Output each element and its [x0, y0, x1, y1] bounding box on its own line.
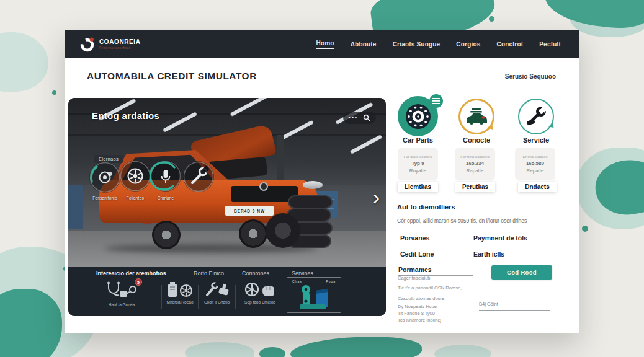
hero-tab-parts[interactable]: Rorto Einico	[194, 270, 224, 276]
decor-blob-bottom-center-light	[185, 342, 254, 357]
hotspot-brakes[interactable]	[89, 161, 121, 193]
header-service-link[interactable]: Serusio Sequuoo	[505, 73, 556, 80]
service-card: Fur doue ueortes Typ 9 Royatte	[398, 148, 438, 180]
feature-tire-service[interactable]: Sep faoo Bmelob	[237, 281, 283, 304]
main-nav: Homo Abboute Criaofs Suogue Corğios Conc…	[316, 40, 561, 49]
feature-diagnostics[interactable]: 5 Haut ta Gonéa	[84, 281, 159, 307]
top-navbar: COAONREIA Renverso cano thead Homo Abbou…	[65, 30, 579, 58]
license-plate: BER4D 0 NW	[225, 206, 274, 216]
shelf-unit	[68, 185, 83, 229]
card-hint: Fur doue ueortes	[404, 155, 432, 159]
brand-name: COAONREIA	[99, 39, 141, 45]
hero-bottom-bar: Intereaicio der aremhotios Rorto Einico …	[68, 267, 386, 316]
fine-print: Tca Khamore Inolinej	[398, 317, 441, 323]
nav-item-services[interactable]: Corğios	[456, 41, 480, 48]
wrench-icon	[525, 105, 547, 128]
decor-dot	[582, 226, 588, 232]
section-title: Aut to diemotliers	[397, 203, 455, 211]
hotspot-label: Folianteo	[119, 196, 151, 200]
diagnostic-icon	[104, 281, 140, 298]
promo-panel[interactable]: Chas Fooa	[287, 277, 341, 313]
microphone-icon	[150, 160, 182, 192]
nav-item-about[interactable]: Abboute	[351, 41, 377, 48]
section-header: Aut to diemotliers	[397, 203, 565, 211]
wheel-icon	[119, 160, 151, 192]
form-field-label[interactable]: Pormames	[398, 266, 473, 276]
divider	[161, 285, 162, 309]
hotspot-wheel[interactable]	[119, 160, 151, 192]
hero-menu-pill: •••	[343, 112, 376, 124]
page-title: AUTOMABILA CREDIT SIMULATOR	[87, 71, 257, 82]
battery-wheel-icon	[166, 281, 194, 298]
decor-dot	[489, 16, 494, 22]
decor-blob-bottom-small	[259, 347, 285, 357]
brand-logo-icon	[79, 37, 95, 52]
feature-label: Sep faoo Bmelob	[244, 300, 275, 304]
stacked-tire	[288, 195, 333, 209]
feature-label: Mnoroa Roeao	[167, 300, 194, 304]
hotspot-assistant[interactable]	[150, 160, 182, 192]
leaning-tire	[266, 213, 300, 248]
bearing-icon	[405, 104, 431, 130]
divider	[198, 285, 199, 309]
nav-item-credits[interactable]: Criaofs Suogue	[393, 41, 441, 48]
hero-tab-interior[interactable]: Intereaicio der aremhotios	[96, 270, 166, 276]
col-label-porvanes: Porvanes	[400, 234, 429, 242]
chip-perutkas[interactable]: Perutkas	[455, 182, 495, 192]
nav-item-contact[interactable]: Conclrot	[497, 41, 524, 48]
feature-label: Haut ta Gonéa	[109, 302, 135, 307]
feature-battery[interactable]: Mnoroa Roeao	[163, 281, 197, 304]
brake-disc-icon	[89, 161, 121, 193]
chip-llantas[interactable]: Llemtkas	[398, 182, 438, 192]
app-window: COAONREIA Renverso cano thead Homo Abbou…	[65, 30, 579, 333]
chip-dndaets[interactable]: Dndaets	[518, 182, 556, 192]
forklift-illustration	[290, 283, 339, 311]
decor-dot	[52, 90, 56, 95]
chevron-right-icon[interactable]: ›	[373, 187, 380, 207]
search-icon[interactable]	[363, 114, 370, 121]
nav-item-result[interactable]: Pecfult	[539, 41, 561, 48]
service-circle-contact[interactable]	[458, 99, 494, 134]
feature-tools[interactable]: Codit Il Gnatio	[199, 281, 235, 304]
card-sub: Repatte	[526, 168, 543, 174]
car-headlight	[303, 181, 323, 189]
card-sub: Rapatte	[466, 168, 483, 174]
submit-button[interactable]: Cod Rood	[491, 265, 552, 280]
tools-icon	[203, 281, 231, 298]
decor-blob-bottom-left	[0, 289, 62, 357]
card-sub: Royatte	[409, 168, 427, 174]
menu-bubble-icon[interactable]	[429, 94, 443, 108]
hero-title: Entog ardatios	[92, 110, 159, 121]
hotspot-label: Fonsanitonio	[89, 196, 121, 200]
service-circle-service[interactable]	[518, 99, 554, 134]
service-card: For rlina oaddhes 165.234 Rapatte	[455, 148, 495, 180]
notification-badge: 5	[135, 278, 142, 286]
feature-label: Codit Il Gnatio	[204, 300, 230, 304]
decor-blob-left-top	[0, 32, 48, 92]
col-label-credit: Cedit Lone	[400, 250, 434, 258]
form-hint: Cager fnacluiub	[398, 275, 431, 281]
ring-arrow-icon	[488, 124, 496, 132]
nav-item-home[interactable]: Homo	[316, 40, 334, 49]
car-logo	[259, 182, 268, 191]
hotspot-service[interactable]	[182, 161, 215, 193]
hero-tab-services[interactable]: Servines	[292, 270, 313, 276]
car-icon	[465, 108, 488, 125]
ring-arrow-icon	[548, 122, 556, 130]
hero-tab-options[interactable]: Corinrones	[242, 270, 269, 276]
chip-wrap: Perutkas	[455, 182, 496, 192]
fine-print: Dy Noepeats Hcue	[398, 304, 437, 309]
service-name: Servicle	[514, 136, 558, 144]
chip-wrap: Dndaets	[515, 182, 560, 192]
brand[interactable]: COAONREIA Renverso cano thead	[79, 37, 141, 52]
car-wheel	[152, 221, 181, 249]
ellipsis-icon[interactable]: •••	[349, 115, 358, 121]
service-card: Dr lina outaties 165.580 Repatte	[515, 148, 555, 180]
brand-tagline: Renverso cano thead	[99, 46, 141, 50]
card-value: 165.234	[466, 161, 484, 166]
section-description: Cór oppol, &illd maron s4 s059 tls, dn i…	[397, 218, 568, 224]
service-name: Car Parts	[398, 136, 438, 144]
signature-field[interactable]: B4j Göint	[479, 301, 550, 311]
hotspot-label: Crarlane	[150, 196, 182, 200]
car-wheel	[239, 219, 267, 248]
